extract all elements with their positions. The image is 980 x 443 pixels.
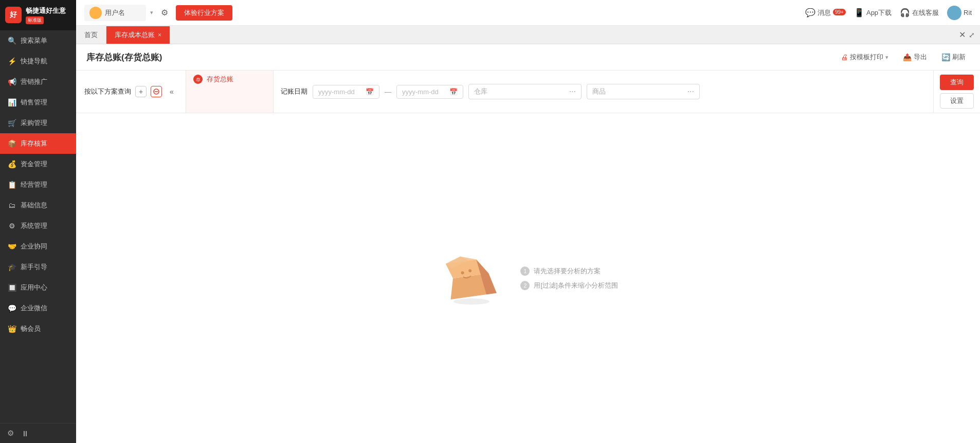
content-area: 库存总账(存货总账) 🖨 按模板打印 ▾ 📤 导出 🔄 刷新 — [76, 44, 980, 443]
page-header: 库存总账(存货总账) 🖨 按模板打印 ▾ 📤 导出 🔄 刷新 — [76, 44, 980, 70]
purchase-icon: 🛒 — [7, 118, 16, 128]
scheme-icon: 存 — [193, 75, 203, 84]
online-service-action[interactable]: 🎧 在线客服 — [900, 8, 939, 17]
page-header-actions: 🖨 按模板打印 ▾ 📤 导出 🔄 刷新 — [837, 50, 970, 64]
svg-text:存: 存 — [196, 77, 201, 82]
sidebar-footer: ⚙ ⏸ — [0, 423, 76, 443]
filter-collapse-button[interactable] — [151, 86, 162, 97]
sidebar-item-operation[interactable]: 📋 经营管理 — [0, 174, 76, 195]
logo-area: 好 畅捷通好生意 标准版 — [0, 0, 76, 30]
collapse-footer-icon[interactable]: ⏸ — [21, 429, 29, 438]
system-icon: ⚙ — [7, 221, 16, 231]
query-button[interactable]: 查询 — [940, 75, 974, 90]
circle-minus-icon — [153, 88, 159, 95]
sidebar-item-finance[interactable]: 💰 资金管理 — [0, 154, 76, 174]
date-end-input[interactable]: yyyy-mm-dd 📅 — [396, 85, 463, 99]
warehouse-more-icon[interactable]: ··· — [569, 87, 576, 96]
headset-icon: 🎧 — [900, 8, 910, 17]
sidebar-item-basic[interactable]: 🗂 基础信息 — [0, 195, 76, 216]
empty-hint-2: 2 用[过滤]条件来缩小分析范围 — [520, 281, 618, 290]
refresh-button[interactable]: 🔄 刷新 — [937, 50, 970, 64]
logo-icon: 好 — [5, 7, 22, 23]
industry-button[interactable]: 体验行业方案 — [176, 5, 232, 21]
user-avatar-small — [89, 7, 102, 19]
product-more-icon[interactable]: ··· — [687, 87, 694, 96]
appstore-icon: 🔲 — [7, 283, 16, 292]
operation-icon: 📋 — [7, 180, 16, 189]
panel-close-btn[interactable]: ✕ — [959, 30, 966, 40]
sidebar-item-inventory[interactable]: 📦 库存核算 — [0, 133, 76, 154]
sidebar-item-search[interactable]: 🔍 搜索菜单 — [0, 30, 76, 51]
hint-number-2: 2 — [520, 281, 530, 290]
svg-point-11 — [453, 298, 489, 305]
sidebar-item-quick-nav[interactable]: ⚡ 快捷导航 — [0, 51, 76, 72]
warehouse-field[interactable]: 仓库 ··· — [468, 84, 582, 99]
message-icon: 💬 — [805, 8, 815, 17]
user-area[interactable]: 用户名 — [84, 5, 146, 21]
scheme-item-inventory-ledger[interactable]: 存 存货总账 — [186, 70, 273, 88]
empty-box-svg — [438, 245, 505, 312]
print-chevron-icon: ▾ — [885, 54, 888, 61]
page-title: 库存总账(存货总账) — [86, 51, 162, 63]
topbar-gear-icon[interactable]: ⚙ — [157, 6, 172, 20]
member-icon: 👑 — [7, 324, 16, 333]
logo-text: 畅捷通好生意 标准版 — [26, 6, 66, 24]
export-icon: 📤 — [903, 53, 912, 61]
print-icon: 🖨 — [841, 53, 848, 61]
user-top-action[interactable]: Rit — [947, 6, 972, 20]
settings-footer-icon[interactable]: ⚙ — [7, 429, 14, 438]
message-action[interactable]: 💬 消息 99+ — [805, 8, 846, 17]
tab-close-icon[interactable]: × — [158, 31, 161, 39]
tabs-bar: 首页 库存成本总账 × ✕ ⤢ — [76, 26, 980, 44]
filter-label: 按以下方案查询 — [84, 87, 131, 96]
message-badge: 99+ — [833, 9, 846, 15]
basic-icon: 🗂 — [7, 201, 16, 210]
sidebar-item-member[interactable]: 👑 畅会员 — [0, 318, 76, 339]
marketing-icon: 📢 — [7, 77, 16, 86]
empty-illustration — [438, 245, 505, 312]
sidebar-item-appstore[interactable]: 🔲 应用中心 — [0, 277, 76, 298]
panel-expand-btn[interactable]: ⤢ — [969, 31, 975, 39]
wechat-icon: 💬 — [7, 304, 16, 313]
sidebar-item-sales[interactable]: 📊 销售管理 — [0, 92, 76, 113]
settings-button[interactable]: 设置 — [940, 93, 974, 109]
topbar: 用户名 ▾ ⚙ 体验行业方案 💬 消息 99+ 📱 App下载 🎧 在线客服 R — [76, 0, 980, 26]
date-start-input[interactable]: yyyy-mm-dd 📅 — [313, 85, 379, 99]
search-icon: 🔍 — [7, 36, 16, 45]
sidebar-item-guide[interactable]: 🎓 新手引导 — [0, 257, 76, 277]
empty-text: 1 请先选择要分析的方案 2 用[过滤]条件来缩小分析范围 — [520, 267, 618, 290]
print-button[interactable]: 🖨 按模板打印 ▾ — [837, 50, 893, 64]
main-area: 用户名 ▾ ⚙ 体验行业方案 💬 消息 99+ 📱 App下载 🎧 在线客服 R — [76, 0, 980, 443]
tab-inventory-ledger[interactable]: 库存成本总账 × — [106, 26, 170, 44]
finance-icon: 💰 — [7, 160, 16, 169]
filter-chevron-icon[interactable]: « — [166, 86, 177, 97]
sidebar-item-wechat[interactable]: 💬 企业微信 — [0, 298, 76, 318]
topbar-left: 用户名 ▾ ⚙ 体验行业方案 — [84, 5, 800, 21]
sidebar-item-marketing[interactable]: 📢 营销推广 — [0, 72, 76, 92]
product-field[interactable]: 商品 ··· — [587, 84, 700, 99]
calendar-start-icon[interactable]: 📅 — [366, 88, 374, 96]
user-avatar-top — [947, 6, 961, 20]
date-label: 记账日期 — [281, 87, 307, 96]
guide-icon: 🎓 — [7, 262, 16, 272]
export-button[interactable]: 📤 导出 — [899, 50, 931, 64]
inventory-icon: 📦 — [7, 139, 16, 148]
corp-icon: 🤝 — [7, 242, 16, 251]
app-download-action[interactable]: 📱 App下载 — [854, 8, 892, 17]
topbar-chevron-icon[interactable]: ▾ — [150, 9, 153, 16]
calendar-end-icon[interactable]: 📅 — [449, 88, 458, 96]
filter-add-button[interactable]: + — [135, 86, 147, 97]
topbar-right: 💬 消息 99+ 📱 App下载 🎧 在线客服 Rit — [805, 6, 972, 20]
empty-state: 1 请先选择要分析的方案 2 用[过滤]条件来缩小分析范围 — [76, 113, 980, 443]
tab-home[interactable]: 首页 — [76, 26, 106, 44]
topbar-username: 用户名 — [105, 8, 125, 17]
empty-hint-1: 1 请先选择要分析的方案 — [520, 267, 618, 276]
sidebar-item-corp[interactable]: 🤝 企业协同 — [0, 236, 76, 257]
sidebar-item-purchase[interactable]: 🛒 采购管理 — [0, 113, 76, 133]
hint-number-1: 1 — [520, 267, 530, 276]
phone-icon: 📱 — [854, 8, 864, 17]
sales-icon: 📊 — [7, 98, 16, 107]
refresh-icon: 🔄 — [941, 53, 950, 61]
sidebar: 好 畅捷通好生意 标准版 🔍 搜索菜单 ⚡ 快捷导航 📢 营销推广 📊 销售管理… — [0, 0, 76, 443]
sidebar-item-system[interactable]: ⚙ 系统管理 — [0, 216, 76, 236]
